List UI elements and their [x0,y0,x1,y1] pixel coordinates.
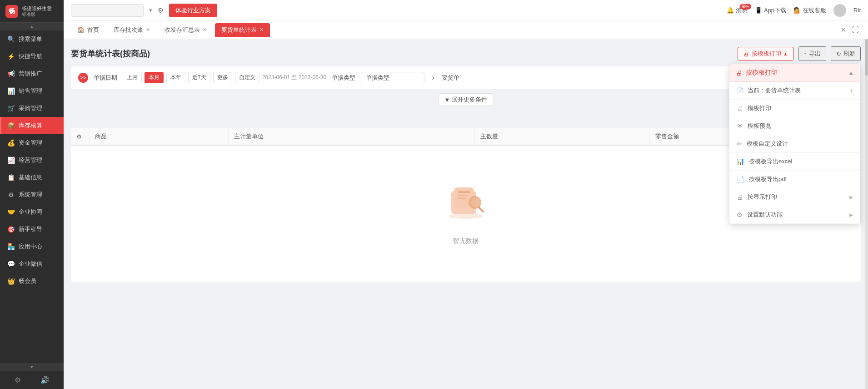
sidebar-item-appstore[interactable]: 🏪 应用中心 [0,238,64,255]
topbar-search-display [71,4,144,17]
guide-icon: 🎯 [7,225,15,233]
app-download-button[interactable]: 📱 App下载 [755,6,786,15]
topbar-right: 🔔 消息 99+ 📱 App下载 💁 在线客服 Rit [727,4,861,17]
footer-volume-icon[interactable]: 🔊 [40,376,50,384]
sidebar-scroll-up[interactable]: ▲ [0,23,64,30]
tab-inventory-batch[interactable]: 库存批次账 ✕ [107,23,156,37]
template-excel-icon: 📊 [737,158,744,165]
type-filter-select[interactable]: 单据类型 [361,72,424,83]
dropdown-sub-set-default[interactable]: ⚙ 设置默认功能 ▶ [729,206,860,224]
home-icon: 🏠 [77,26,85,33]
system-icon: ⚙ [7,191,15,199]
sidebar-item-finance[interactable]: 💰 资金管理 [0,134,64,152]
finance-icon: 💰 [7,139,15,147]
svg-rect-4 [458,195,468,196]
dropdown-item-template-pdf[interactable]: 📄 按模板导出pdf [729,171,860,188]
sidebar-item-wecom[interactable]: 💬 企业微信 [0,255,64,273]
date-range-display: 2023-06-01 至 2023-06-30 [262,74,326,81]
sidebar-item-purchase[interactable]: 🛒 采购管理 [0,100,64,117]
topbar-dropdown-chevron[interactable]: ▾ [149,7,152,14]
col-settings[interactable]: ⚙ [71,128,89,146]
tabs-controls: ✕ ⛶ [838,24,861,36]
table-settings-icon[interactable]: ⚙ [76,133,82,140]
date-btn-last-month[interactable]: 上月 [123,72,142,83]
dropdown-item-template-excel[interactable]: 📊 按模板导出excel [729,153,860,171]
display-print-icon: 🖨 [737,193,743,201]
sidebar-item-operation[interactable]: 📈 经营管理 [0,152,64,169]
display-print-arrow: ▶ [849,194,853,200]
tab-home[interactable]: 🏠 首页 [71,23,105,37]
extra-label: 要货单 [442,74,459,82]
print-dropdown-panel: 🖨 按模板打印 ▲ 📄 当前：要货单统计表 ▾ 🖨 模板打印 👁 模板预览 ✏ [729,64,861,224]
tab-expand-button[interactable]: ⛶ [850,24,861,36]
date-btn-custom[interactable]: 自定义 [235,72,259,83]
sidebar-item-inventory[interactable]: 📦 库存核算 [0,117,64,134]
export-button[interactable]: ↑ 导出 [798,46,827,61]
sales-icon: 📊 [7,87,15,95]
footer-settings-icon[interactable]: ⚙ [15,376,21,384]
sidebar-item-quick-nav[interactable]: ⚡ 快捷导航 [0,48,64,65]
dropdown-current-label: 📄 当前：要货单统计表 ▾ [729,82,860,100]
date-filter-label: 单据日期 [94,74,117,82]
service-icon: 💁 [793,7,801,14]
tab-collection-summary[interactable]: 收发存汇总表 ✕ [158,23,213,37]
trial-industry-button[interactable]: 体验行业方案 [169,4,217,17]
expand-more-button[interactable]: ▼ 展开更多条件 [439,93,494,106]
tab-close-all-button[interactable]: ✕ [838,24,848,36]
sidebar-item-marketing[interactable]: 📢 营销推广 [0,65,64,82]
sidebar-item-sales[interactable]: 📊 销售管理 [0,82,64,100]
tab-order-stats[interactable]: 要货单统计表 ✕ [215,23,270,37]
filter-expand-button[interactable]: >> [78,73,88,83]
sidebar-item-basic[interactable]: 📋 基础信息 [0,169,64,186]
bell-icon: 🔔 [727,7,734,14]
current-chevron: ▾ [850,88,853,94]
date-btn-this-year[interactable]: 本年 [166,72,185,83]
sidebar-item-system[interactable]: ⚙ 系统管理 [0,186,64,203]
online-service-button[interactable]: 💁 在线客服 [793,6,826,15]
dropdown-header[interactable]: 🖨 按模板打印 ▲ [729,64,860,82]
dropdown-item-template-design[interactable]: ✏ 模板自定义设计 [729,135,860,153]
page-actions: 🖨 按模板打印 ▲ ↑ 导出 ↻ 刷新 [738,46,861,61]
dropdown-collapse-icon[interactable]: ▲ [848,70,854,76]
right-scrollbar[interactable] [865,39,868,389]
refresh-icon: ↻ [836,51,841,57]
date-btn-more[interactable]: 更多 [213,72,232,83]
topbar: ▾ ⚙ 体验行业方案 🔔 消息 99+ 📱 App下载 💁 在线客服 Rit [64,0,868,21]
type-filter-label: 单据类型 [332,74,355,82]
tabs-bar: 🏠 首页 库存批次账 ✕ 收发存汇总表 ✕ 要货单统计表 ✕ ✕ ⛶ [64,21,868,39]
svg-point-0 [449,213,483,219]
tab-close-inventory-batch[interactable]: ✕ [146,27,150,32]
username-label[interactable]: Rit [853,7,861,14]
date-range-group: 上月 本月 本年 近7天 更多 自定义 2023-06-01 至 2023-06… [123,72,326,83]
dropdown-sub-display-print[interactable]: 🖨 按显示打印 ▶ [729,188,860,206]
scrollbar-thumb[interactable] [865,39,868,76]
topbar-gear-icon[interactable]: ⚙ [158,6,164,15]
purchase-icon: 🛒 [7,104,15,112]
dropdown-item-template-preview[interactable]: 👁 模板预览 [729,117,860,135]
empty-text: 暂无数据 [80,237,852,245]
col-goods: 商品 [89,128,229,146]
tab-close-collection-summary[interactable]: ✕ [203,27,207,32]
sidebar: 畅 畅捷通好生意 标准版 ▲ 🔍 搜索菜单 ⚡ 快捷导航 📢 营销推广 📊 销售… [0,0,64,389]
svg-line-8 [479,207,483,212]
sidebar-item-enterprise[interactable]: 🤝 企业协同 [0,203,64,221]
sidebar-footer: ⚙ 🔊 [0,371,64,389]
sidebar-item-guide[interactable]: 🎯 新手引导 [0,221,64,238]
user-avatar[interactable] [833,4,846,17]
notification-button[interactable]: 🔔 消息 99+ [727,6,748,15]
date-btn-7days[interactable]: 近7天 [188,72,210,83]
tab-close-order-stats[interactable]: ✕ [259,27,264,32]
logo-icon: 畅 [5,5,18,18]
template-pdf-icon: 📄 [737,176,744,183]
appstore-icon: 🏪 [7,242,15,251]
printer-icon: 🖨 [743,51,749,57]
sidebar-scroll-down[interactable]: ▼ [0,363,64,371]
print-button[interactable]: 🖨 按模板打印 ▲ [738,47,794,61]
svg-rect-5 [458,197,466,199]
dropdown-item-template-print[interactable]: 🖨 模板打印 [729,100,860,117]
page-content: 要货单统计表(按商品) 🖨 按模板打印 ▲ ↑ 导出 ↻ 刷新 [64,39,868,389]
date-btn-this-month[interactable]: 本月 [145,72,164,83]
sidebar-item-search[interactable]: 🔍 搜索菜单 [0,30,64,48]
sidebar-item-member[interactable]: 👑 畅会员 [0,273,64,290]
refresh-button[interactable]: ↻ 刷新 [831,46,861,61]
